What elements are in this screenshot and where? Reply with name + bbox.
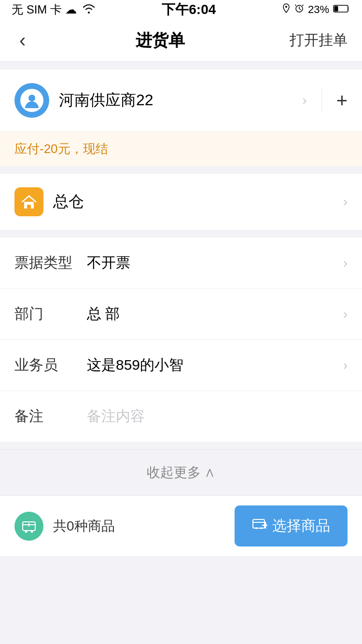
warehouse-icon <box>14 187 43 216</box>
divider <box>321 88 322 112</box>
sim-status: 无 SIM 卡 ☁ <box>12 2 77 17</box>
salesman-row[interactable]: 业务员 这是859的小智 › <box>0 340 362 391</box>
warehouse-chevron-icon: › <box>343 194 348 210</box>
alarm-icon <box>294 3 304 16</box>
open-pending-button[interactable]: 打开挂单 <box>290 30 348 50</box>
notice-row: 应付-20元，现结 <box>0 132 362 166</box>
product-count: 共0种商品 <box>53 517 235 535</box>
status-time: 下午6:04 <box>162 0 216 19</box>
back-button[interactable]: ‹ <box>14 25 30 56</box>
avatar-icon <box>20 89 43 112</box>
dept-row[interactable]: 部门 总 部 › <box>0 289 362 340</box>
select-product-icon <box>252 518 267 534</box>
svg-rect-3 <box>334 6 338 12</box>
nav-bar: ‹ 进货单 打开挂单 <box>0 19 362 62</box>
salesman-label: 业务员 <box>14 355 82 375</box>
svg-point-12 <box>260 527 262 529</box>
dept-value: 总 部 <box>82 304 343 324</box>
svg-point-4 <box>28 95 35 101</box>
dept-chevron-icon: › <box>343 307 348 322</box>
page-title: 进货单 <box>136 29 185 52</box>
invoice-chevron-icon: › <box>343 255 348 271</box>
page-footer <box>0 556 362 644</box>
select-product-button[interactable]: 选择商品 <box>235 505 348 546</box>
select-product-label: 选择商品 <box>272 516 330 536</box>
product-cart-icon <box>14 512 43 541</box>
dept-label: 部门 <box>14 304 82 324</box>
svg-point-0 <box>285 6 287 8</box>
salesman-value: 这是859的小智 <box>82 355 343 375</box>
supplier-chevron-icon: › <box>302 93 306 108</box>
warehouse-card[interactable]: 总仓 › <box>0 174 362 230</box>
invoice-label: 票据类型 <box>14 253 82 273</box>
supplier-card: 河南供应商22 › + 应付-20元，现结 <box>0 70 362 166</box>
add-supplier-button[interactable]: + <box>336 90 348 112</box>
svg-point-9 <box>31 530 33 532</box>
remark-input[interactable]: 备注内容 <box>82 406 348 426</box>
supplier-avatar <box>14 83 49 118</box>
supplier-row[interactable]: 河南供应商22 › + <box>0 70 362 132</box>
bottom-bar: 共0种商品 选择商品 <box>0 495 362 556</box>
warehouse-name: 总仓 <box>53 191 343 212</box>
svg-rect-10 <box>253 519 265 528</box>
wifi-icon <box>82 3 96 16</box>
salesman-chevron-icon: › <box>343 358 348 373</box>
main-content: 河南供应商22 › + 应付-20元，现结 总仓 › 票据类型 不开 <box>0 62 362 644</box>
invoice-value: 不开票 <box>82 253 343 273</box>
collapse-button[interactable]: 收起更多 ∧ <box>0 449 362 495</box>
invoice-row[interactable]: 票据类型 不开票 › <box>0 238 362 289</box>
warehouse-row[interactable]: 总仓 › <box>0 174 362 230</box>
status-bar: 无 SIM 卡 ☁ 下午6:04 23% <box>0 0 362 19</box>
svg-rect-6 <box>27 205 31 209</box>
battery-icon <box>333 3 350 16</box>
location-icon <box>282 3 291 16</box>
status-bar-left: 无 SIM 卡 ☁ <box>12 2 96 17</box>
supplier-name: 河南供应商22 <box>59 90 302 111</box>
battery-percent: 23% <box>308 3 329 16</box>
svg-point-11 <box>255 527 257 529</box>
remark-row[interactable]: 备注 备注内容 <box>0 391 362 442</box>
remark-label: 备注 <box>14 406 82 426</box>
status-bar-right: 23% <box>282 3 350 16</box>
form-card: 票据类型 不开票 › 部门 总 部 › 业务员 这是859的小智 › 备注 备注… <box>0 238 362 442</box>
svg-point-8 <box>25 530 28 532</box>
